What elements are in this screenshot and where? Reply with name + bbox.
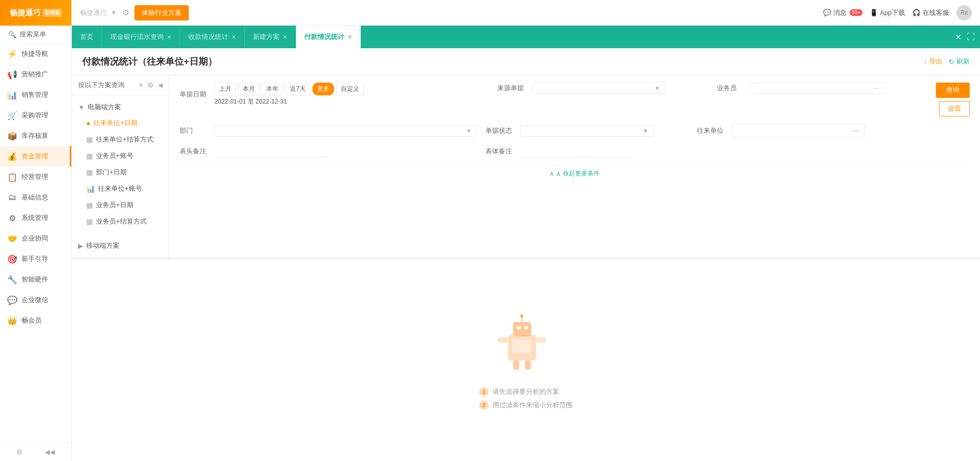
source-doc-select[interactable]: ▼ (532, 83, 665, 94)
scheme-active-icon: ● (86, 119, 90, 127)
sidebar-settings-icon[interactable]: ⚙ (16, 448, 23, 456)
hardware-icon: 🔧 (7, 274, 17, 285)
sidebar-item-hardware[interactable]: 🔧 智能硬件 (0, 269, 71, 290)
sidebar-item-label: 系统管理 (22, 213, 48, 223)
app-download-btn[interactable]: 📱 App下载 (870, 8, 905, 17)
sidebar-item-guide[interactable]: 🎯 新手引导 (0, 249, 71, 269)
sidebar-item-member[interactable]: 👑 畅会员 (0, 310, 71, 331)
scheme-collapse-icon[interactable]: ◀ (158, 82, 163, 89)
staff-label: 业务员 (717, 84, 748, 93)
empty-hints: 1 请先选择要分析的方案 2 用过滤条件来缩小分析范围 (479, 387, 573, 414)
chevron-down-icon: ▼ (466, 128, 472, 134)
message-icon: 💬 (823, 9, 831, 16)
inventory-icon: 📦 (7, 131, 17, 141)
tab-bank-flow[interactable]: 现金银行流水查询 ✕ (102, 26, 180, 48)
tab-receipt-stats[interactable]: 收款情况统计 ✕ (180, 26, 245, 48)
sales-icon: 📊 (7, 90, 17, 100)
tab-expand-icon[interactable]: ⛶ (967, 32, 975, 42)
date-btn-more[interactable]: 更多 (312, 83, 334, 95)
date-btn-7days[interactable]: 近7天 (285, 83, 310, 95)
sidebar-item-label: 资金管理 (22, 152, 48, 161)
sidebar-collapse-icon[interactable]: ◀◀ (45, 448, 55, 456)
message-btn[interactable]: 💬 消息 99+ (823, 8, 863, 17)
doc-status-label: 单据状态 (485, 126, 516, 135)
sidebar-item-system[interactable]: ⚙ 系统管理 (0, 208, 71, 228)
sidebar-search[interactable]: 🔍 搜索菜单 (0, 26, 71, 44)
sidebar-item-basic[interactable]: 🗂 基础信息 (0, 187, 71, 208)
online-service-btn[interactable]: 🎧 在线客服 (912, 8, 949, 17)
header-settings-icon[interactable]: ⚙ (122, 8, 129, 17)
message-badge: 99+ (850, 9, 863, 16)
tab-home[interactable]: 首页 (72, 26, 102, 48)
table-header-note-input[interactable] (214, 145, 327, 157)
tab-payment-stats[interactable]: 付款情况统计 ✕ (296, 26, 361, 48)
partner-select[interactable]: ··· (732, 124, 865, 138)
scheme-item-partner-account[interactable]: 📊 往来单位+账号 (72, 181, 169, 197)
scheme-item-partner-date[interactable]: ● 往来单位+日期 (72, 115, 169, 131)
svg-rect-3 (524, 326, 528, 329)
doc-status-select[interactable]: ▼ (520, 125, 654, 136)
scheme-item-staff-account[interactable]: ▦ 业务员+账号 (72, 148, 169, 164)
chevron-down-icon: ▼ (643, 128, 649, 134)
tab-close-all-icon[interactable]: ✕ (955, 32, 962, 42)
date-btn-last-month[interactable]: 上月 (214, 83, 236, 95)
sidebar-item-purchase[interactable]: 🛒 采购管理 (0, 105, 71, 126)
scheme-mobile-title[interactable]: ▶ 移动端方案 (72, 238, 169, 253)
empty-state-area: 1 请先选择要分析的方案 2 用过滤条件来缩小分析范围 (72, 260, 980, 461)
page-title: 付款情况统计（往来单位+日期） (82, 55, 217, 68)
user-avatar[interactable]: Rit (956, 5, 972, 21)
tab-new-scheme[interactable]: 新建方案 ✕ (245, 26, 296, 48)
sidebar-item-label: 营销推广 (22, 70, 48, 79)
refresh-button[interactable]: ↻ 刷新 (949, 57, 970, 66)
scheme-item-staff-date[interactable]: ▦ 业务员+日期 (72, 197, 169, 213)
dept-select[interactable]: ▼ (214, 125, 477, 136)
sidebar-item-sales[interactable]: 📊 销售管理 (0, 85, 71, 105)
query-button[interactable]: 查询 (936, 83, 970, 98)
sidebar-item-marketing[interactable]: 📢 营销推广 (0, 64, 71, 85)
staff-select[interactable]: ··· (752, 83, 885, 94)
sidebar-item-label: 企业微信 (22, 295, 48, 305)
scheme-item-label: 往来单位+账号 (98, 184, 142, 193)
add-scheme-icon[interactable]: + (139, 81, 143, 90)
tab-bank-flow-label: 现金银行流水查询 (110, 32, 164, 42)
sidebar-item-cooperation[interactable]: 🤝 企业协同 (0, 228, 71, 249)
header-logo: 畅捷通巧 ▼ (80, 8, 117, 17)
sidebar-item-wechat[interactable]: 💬 企业微信 (0, 290, 71, 310)
chevron-down-icon: ··· (874, 85, 879, 91)
scheme-item-label: 往来单位+结算方式 (96, 135, 153, 144)
scheme-item-partner-settle[interactable]: ▦ 往来单位+结算方式 (72, 131, 169, 148)
sidebar-item-label: 畅会员 (22, 316, 42, 325)
sidebar-item-label: 库存核算 (22, 131, 48, 141)
table-body-note-input[interactable] (520, 145, 633, 157)
empty-hint-1: 1 请先选择要分析的方案 (479, 387, 573, 396)
scheme-table-icon: ▦ (86, 217, 93, 226)
sidebar-item-quick-nav[interactable]: ⚡ 快捷导航 (0, 44, 71, 64)
sidebar-item-operation[interactable]: 📋 经营管理 (0, 167, 71, 187)
date-btn-this-year[interactable]: 本年 (262, 83, 283, 95)
scheme-item-staff-settle[interactable]: ▦ 业务员+结算方式 (72, 213, 169, 230)
tab-home-label: 首页 (80, 32, 93, 42)
settings-button[interactable]: 设置 (939, 101, 970, 116)
source-doc-label: 来源单据 (497, 84, 528, 93)
date-btn-custom[interactable]: 自定义 (336, 83, 364, 95)
sidebar-item-inventory[interactable]: 📦 库存核算 (0, 126, 71, 146)
tab-close-active-icon[interactable]: ✕ (347, 34, 352, 41)
scheme-item-dept-date[interactable]: ▦ 部门+日期 (72, 164, 169, 181)
scheme-desktop-title[interactable]: ▼ 电脑端方案 (72, 99, 169, 115)
dots-icon: ··· (853, 126, 859, 135)
dept-label: 部门 (180, 126, 210, 135)
date-btn-this-month[interactable]: 本月 (238, 83, 260, 95)
tab-close-icon[interactable]: ✕ (167, 34, 171, 41)
trial-button[interactable]: 体验行业方案 (134, 5, 189, 21)
collapse-bar[interactable]: ∧ ∧ 收起更多条件 (180, 165, 970, 182)
sidebar-item-label: 销售管理 (22, 90, 48, 99)
empty-hint-2: 2 用过滤条件来缩小分析范围 (479, 400, 573, 410)
table-body-note-label: 表体备注 (485, 147, 516, 156)
tab-bar-right: ✕ ⛶ (955, 26, 980, 48)
sidebar-item-finance[interactable]: 💰 资金管理 (0, 146, 71, 167)
export-button[interactable]: ↑ 导出 (924, 57, 943, 66)
scheme-settings-icon[interactable]: ⚙ (147, 81, 154, 89)
tab-close-icon[interactable]: ✕ (231, 34, 236, 41)
tab-close-icon[interactable]: ✕ (283, 34, 287, 41)
scheme-table-icon: ▦ (86, 168, 93, 176)
